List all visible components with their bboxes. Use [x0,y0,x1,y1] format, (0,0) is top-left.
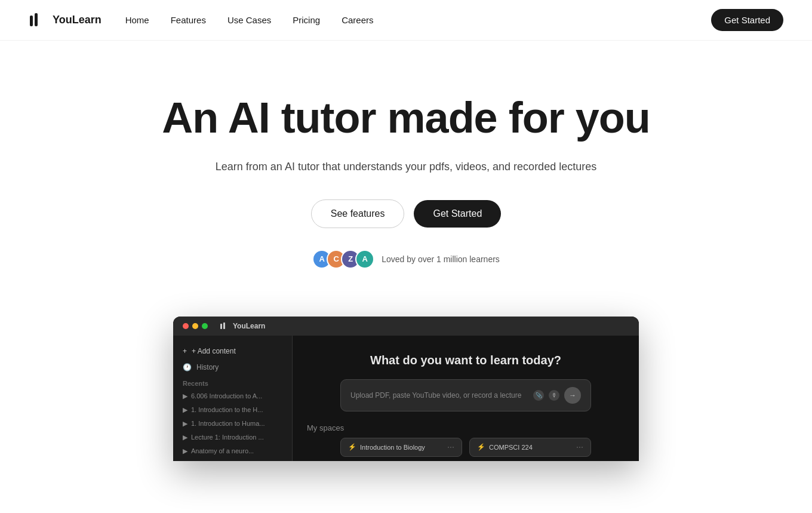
titlebar-logo: YouLearn [220,321,265,331]
history-icon: 🕐 [183,363,192,371]
attachment-icon[interactable]: 📎 [533,390,544,401]
app-main: What do you want to learn today? Upload … [293,336,639,461]
sidebar-add-content-button[interactable]: + + Add content [173,343,292,360]
app-input-area[interactable]: Upload PDF, paste YouTube video, or reco… [340,379,591,411]
space-menu-icon-1[interactable]: ⋯ [576,443,583,451]
nav-link-use-cases[interactable]: Use Cases [227,15,271,25]
recent-item-label-1: 1. Introduction to the H... [191,406,263,413]
app-main-title: What do you want to learn today? [370,354,561,367]
nav-link-features[interactable]: Features [171,15,206,25]
svg-rect-2 [220,324,222,329]
hero-section: An AI tutor made for you Learn from an A… [0,41,812,305]
navbar: YouLearn Home Features Use Cases Pricing… [0,0,812,41]
svg-rect-3 [223,322,225,329]
nav-get-started-button[interactable]: Get Started [711,9,783,31]
send-icon: → [569,391,576,400]
recent-item-label-3: Lecture 1: Introduction ... [191,434,264,441]
svg-rect-0 [30,16,33,26]
fullscreen-dot [202,323,208,329]
app-body: + + Add content 🕐 History Recents ▶ 6.00… [173,336,639,461]
recents-section-label: Recents [173,375,292,389]
app-input-icons: 📎 🎙 [533,390,559,401]
space-card-1[interactable]: ⚡ COMPSCI 224 ⋯ [469,438,591,457]
sidebar-show-more[interactable]: ▶ Show more [173,458,292,461]
spaces-row: ⚡ Introduction to Biology ⋯ ⚡ COMPSCI 22… [340,438,591,457]
recent-item-label-0: 6.006 Introduction to A... [191,392,262,400]
logo-text: YouLearn [53,14,102,26]
plus-icon: + [183,347,187,355]
nav-link-pricing[interactable]: Pricing [293,15,320,25]
social-proof-text: Loved by over 1 million learners [382,254,500,264]
space-name-1: COMPSCI 224 [489,444,533,451]
social-proof: A C Z A Loved by over 1 million learners [312,250,500,269]
close-dot [183,323,189,329]
my-spaces-label: My spaces [307,423,344,432]
hero-subtitle: Learn from an AI tutor that understands … [216,158,596,176]
sidebar-item-history[interactable]: 🕐 History [173,360,292,375]
nav-link-careers[interactable]: Careers [342,15,373,25]
app-window: YouLearn + + Add content 🕐 History Recen… [173,317,639,461]
avatars-group: A C Z A [312,250,374,269]
chevron-right-icon-2: ▶ [183,420,187,428]
recent-item-label-4: Anatomy of a neuro... [191,447,254,454]
sidebar-recent-item-0[interactable]: ▶ 6.006 Introduction to A... [173,389,292,403]
add-content-label: + Add content [192,347,236,355]
chevron-right-icon-3: ▶ [183,434,187,441]
see-features-button[interactable]: See features [311,199,405,228]
chevron-right-icon-1: ▶ [183,406,187,414]
sidebar-recent-item-4[interactable]: ▶ Anatomy of a neuro... [173,444,292,458]
hero-get-started-button[interactable]: Get Started [414,200,501,228]
input-controls: 📎 🎙 → [533,387,581,404]
nav-left: YouLearn Home Features Use Cases Pricing… [29,11,373,30]
sidebar-recent-item-1[interactable]: ▶ 1. Introduction to the H... [173,403,292,417]
space-icon-0: ⚡ [348,443,356,451]
titlebar-dots [183,323,208,329]
nav-item-careers[interactable]: Careers [342,15,373,26]
nav-link-home[interactable]: Home [125,15,149,25]
hero-title: An AI tutor made for you [162,94,650,142]
chevron-right-icon: ▶ [183,392,187,400]
titlebar-logo-icon [220,321,229,331]
minimize-dot [192,323,198,329]
logo[interactable]: YouLearn [29,11,102,30]
history-label: History [196,363,219,371]
space-menu-icon-0[interactable]: ⋯ [447,443,454,451]
svg-rect-1 [35,13,38,26]
space-card-0[interactable]: ⚡ Introduction to Biology ⋯ [340,438,462,457]
nav-item-use-cases[interactable]: Use Cases [227,15,271,26]
logo-icon [29,11,48,30]
avatar-4: A [355,250,374,269]
app-input-placeholder: Upload PDF, paste YouTube video, or reco… [350,391,521,400]
nav-item-pricing[interactable]: Pricing [293,15,320,26]
app-sidebar: + + Add content 🕐 History Recents ▶ 6.00… [173,336,293,461]
app-screenshot-container: YouLearn + + Add content 🕐 History Recen… [0,317,812,461]
space-name-0: Introduction to Biology [360,444,425,451]
hero-buttons: See features Get Started [311,199,502,228]
space-icon-1: ⚡ [477,443,485,451]
recent-item-label-2: 1. Introduction to Huma... [191,420,265,427]
nav-item-home[interactable]: Home [125,15,149,26]
nav-item-features[interactable]: Features [171,15,206,26]
app-titlebar: YouLearn [173,317,639,336]
sidebar-recent-item-3[interactable]: ▶ Lecture 1: Introduction ... [173,431,292,444]
send-button[interactable]: → [564,387,581,404]
nav-links: Home Features Use Cases Pricing Careers [125,15,374,26]
mic-icon[interactable]: 🎙 [549,390,559,401]
titlebar-logo-text: YouLearn [233,322,265,330]
chevron-right-icon-4: ▶ [183,447,187,455]
sidebar-recent-item-2[interactable]: ▶ 1. Introduction to Huma... [173,417,292,431]
